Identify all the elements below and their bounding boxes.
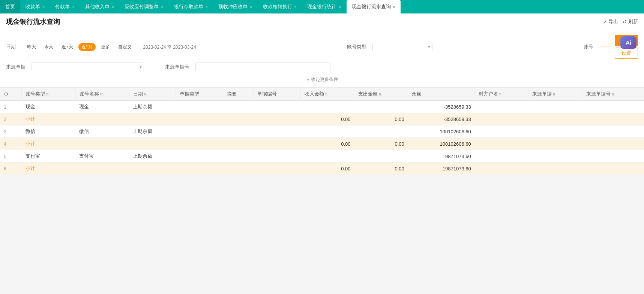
date-btn-today[interactable]: 今天 <box>41 43 56 51</box>
cell-date <box>129 113 176 125</box>
sort-icon: ⇅ <box>144 92 147 96</box>
cell-doc-no <box>253 138 300 150</box>
cell-doc-no <box>253 163 300 175</box>
nav-verification[interactable]: 收款核销执行 × <box>258 0 302 13</box>
th-income[interactable]: 收入金额⇅ <box>300 88 354 101</box>
cell-income: 0.00 <box>300 113 354 125</box>
cell-source-doc <box>528 125 582 138</box>
cell-source-doc <box>528 138 582 150</box>
account-type-select[interactable]: 现金 微信 支付宝 <box>372 43 432 51</box>
close-icon[interactable]: × <box>161 0 163 13</box>
table-row[interactable]: 2 小计 0.00 0.00 -3528659.33 <box>0 113 644 125</box>
date-btn-1month[interactable]: 近1月 <box>78 43 96 51</box>
table-row[interactable]: 5 支付宝 支付宝 上期余额 19871073.60 <box>0 150 644 163</box>
account-more-btn[interactable]: ··· <box>602 43 609 50</box>
cell-counterparty <box>475 150 528 163</box>
cell-balance: -3528659.33 <box>408 101 475 113</box>
cell-account-name <box>75 113 129 125</box>
cell-counterparty <box>475 101 528 113</box>
cell-source-doc-no <box>582 138 644 150</box>
date-btn-yesterday[interactable]: 昨天 <box>24 43 39 51</box>
sort-icon: ⇅ <box>46 92 49 96</box>
table-wrapper: ⚙ 账号类型⇅ 账号名称⇅ 日期⇅ 单据类型 摘要 单据编号 收入金额⇅ 支出金… <box>0 88 644 175</box>
cell-source-doc <box>528 101 582 113</box>
th-expense[interactable]: 支出金额⇅ <box>354 88 408 101</box>
cell-doc-type <box>176 138 223 150</box>
nav-receipt[interactable]: 收款单 × <box>20 0 50 13</box>
table-row[interactable]: 6 小计 0.00 0.00 19871073.60 <box>0 163 644 175</box>
refresh-button[interactable]: ↺ 刷新 <box>623 18 638 25</box>
cell-summary <box>223 163 253 175</box>
settings-button[interactable]: 设置 <box>615 48 638 59</box>
th-doc-no[interactable]: 单据编号 <box>253 88 300 101</box>
date-btn-custom[interactable]: 自定义 <box>115 43 135 51</box>
cell-counterparty <box>475 138 528 150</box>
sort-icon: ⇅ <box>325 92 328 96</box>
export-button[interactable]: ↗ 导出 <box>603 18 618 25</box>
th-summary[interactable]: 摘要 <box>223 88 253 101</box>
nav-bank-deposit[interactable]: 银行存取款单 × <box>169 0 213 13</box>
th-gear[interactable]: ⚙ <box>0 88 22 101</box>
refresh-icon: ↺ <box>623 19 627 25</box>
nav-home[interactable]: 首页 <box>0 0 20 13</box>
cell-summary <box>223 138 253 150</box>
close-icon[interactable]: × <box>250 0 252 13</box>
source-doc-select[interactable] <box>32 63 144 71</box>
export-icon: ↗ <box>603 19 607 25</box>
close-icon[interactable]: × <box>72 0 74 13</box>
cell-income: 0.00 <box>300 163 354 175</box>
cell-income <box>300 101 354 113</box>
th-date[interactable]: 日期⇅ <box>129 88 176 101</box>
th-source-doc[interactable]: 来源单据⇅ <box>528 88 582 101</box>
table-row[interactable]: 4 小计 0.00 0.00 100102606.60 <box>0 138 644 150</box>
table-row[interactable]: 1 现金 现金 上期余额 -3528659.33 <box>0 101 644 113</box>
ai-button[interactable]: Ai <box>620 36 636 49</box>
cell-income <box>300 150 354 163</box>
close-icon[interactable]: × <box>42 0 45 13</box>
cell-num: 1 <box>0 101 22 113</box>
cell-date <box>129 138 176 150</box>
collapse-bar[interactable]: ∧ 收起更多条件 <box>6 75 638 84</box>
cell-source-doc-no <box>582 163 644 175</box>
nav-cash-bank-flow[interactable]: 现金银行流水查询 × <box>347 0 401 13</box>
sort-icon: ⇅ <box>611 92 614 96</box>
th-source-doc-no[interactable]: 来源单据号⇅ <box>582 88 644 101</box>
cell-source-doc <box>528 150 582 163</box>
date-btn-7days[interactable]: 近7天 <box>59 43 76 51</box>
date-range-display: 2023-02-24 至 2023-03-24 <box>143 44 196 51</box>
filter-area: 日期 昨天 今天 近7天 近1月 更多 自定义 2023-02-24 至 202… <box>0 30 644 88</box>
sort-icon: ⇅ <box>100 92 103 96</box>
source-doc-no-input[interactable] <box>195 63 330 71</box>
cell-source-doc-no <box>582 101 644 113</box>
th-account-name[interactable]: 账号名称⇅ <box>75 88 129 101</box>
cell-doc-type <box>176 125 223 138</box>
cell-summary <box>223 150 253 163</box>
cell-account-type: 支付宝 <box>22 150 75 163</box>
th-counterparty[interactable]: 对方户名⇅ <box>475 88 528 101</box>
date-btn-more[interactable]: 更多 <box>98 43 113 51</box>
th-doc-type[interactable]: 单据类型 <box>176 88 223 101</box>
cell-summary <box>223 113 253 125</box>
close-icon[interactable]: × <box>294 0 297 13</box>
cell-account-type: 小计 <box>22 113 75 125</box>
nav-other-income[interactable]: 其他收入单 × <box>80 0 119 13</box>
filter-row-1: 日期 昨天 今天 近7天 近1月 更多 自定义 2023-02-24 至 202… <box>6 35 638 59</box>
cell-account-type: 小计 <box>22 163 75 175</box>
th-account-type[interactable]: 账号类型⇅ <box>22 88 75 101</box>
cell-date <box>129 163 176 175</box>
cell-counterparty <box>475 163 528 175</box>
nav-cash-bank-stats[interactable]: 现金银行统计 × <box>302 0 346 13</box>
close-icon[interactable]: × <box>393 0 395 13</box>
cell-account-name: 现金 <box>75 101 129 113</box>
cell-num: 5 <box>0 150 22 163</box>
th-balance[interactable]: 余额 <box>408 88 475 101</box>
cell-num: 6 <box>0 163 22 175</box>
nav-advance[interactable]: 预收冲应收单 × <box>213 0 257 13</box>
close-icon[interactable]: × <box>339 0 341 13</box>
cell-balance: -3528659.33 <box>408 113 475 125</box>
close-icon[interactable]: × <box>112 0 114 13</box>
nav-adjustment[interactable]: 应收应付调整单 × <box>119 0 168 13</box>
close-icon[interactable]: × <box>206 0 208 13</box>
table-row[interactable]: 3 微信 微信 上期余额 100102606.60 <box>0 125 644 138</box>
nav-payment[interactable]: 付款单 × <box>50 0 80 13</box>
